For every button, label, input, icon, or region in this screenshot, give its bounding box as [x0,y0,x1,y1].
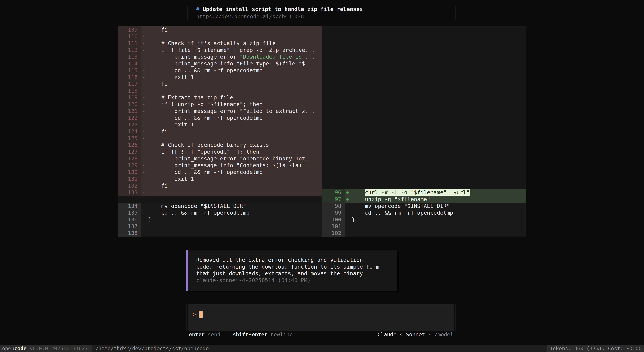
diff-marker: + [345,189,352,196]
diff-marker: - [141,148,148,155]
diff-row-del: 112- if ! file "$filename" | grep -q "Zi… [118,47,322,53]
diff-row-fill [322,108,526,114]
diff-pane-old: 109- fi110-111- # Check if it's actually… [118,26,322,237]
status-project-path: /home/thdxr/dev/projects/sst/opencode [92,345,547,352]
diff-row-fill [322,121,526,128]
model-name: Claude 4 Sonnet [378,331,425,338]
line-number: 99 [322,209,345,216]
code-line [148,87,322,94]
prompt-input[interactable]: > [188,304,454,331]
diff-marker: - [141,175,148,182]
diff-row-fill [322,87,526,94]
line-number: 135 [118,209,141,216]
bullet-separator-icon: • [428,331,431,338]
diff-row-del: 124- fi [118,128,322,135]
code-line [352,223,526,230]
prompt-icon: > [192,311,196,318]
diff-marker [345,203,352,209]
line-number: 101 [322,223,345,230]
diff-row-fill [322,148,526,155]
diff-row-fill [322,169,526,175]
line-number: 125 [118,135,141,142]
status-tokens-cost: Tokens: 36K (17%), Cost: $0.00 [547,345,644,352]
diff-row-del: 129- print_message info "Contents: $(ls … [118,162,322,169]
diff-row-ctx: 99 cd .. && rm -rf opencodetmp [322,209,526,216]
diff-row-fill [322,60,526,67]
line-number: 120 [118,101,141,108]
code-line: exit 1 [148,175,322,182]
code-line: mv opencode "$INSTALL_DIR" [148,203,322,209]
diff-row-add: 96+ curl -# -L -o "$filename" "$url" [322,189,526,196]
diff-marker: - [141,155,148,162]
line-number: 137 [118,223,141,230]
model-command[interactable]: /model [434,331,454,338]
diff-row-ctx: 136} [118,216,322,223]
hint-newline-label: newline [270,331,293,338]
code-line [148,189,322,196]
hint-shift-enter-key: shift+enter [233,331,268,338]
session-title-text: Update install script to handle zip file… [203,6,363,12]
line-number: 131 [118,175,141,182]
line-number: 121 [118,108,141,114]
diff-row-add: 97+ unzip -q "$filename" [322,196,526,203]
line-number: 98 [322,203,345,209]
diff-row-fill [322,162,526,169]
line-number: 130 [118,169,141,175]
line-number: 115 [118,67,141,74]
code-line: print_message error "opencode binary not… [148,155,322,162]
diff-row-del: 115- cd .. && rm -rf opencodetmp [118,67,322,74]
code-line: curl -# -L -o "$filename" "$url" [352,189,526,196]
diff-marker: - [141,33,148,40]
line-number: 111 [118,40,141,47]
diff-row-fill [322,33,526,40]
diff-marker [141,223,148,230]
diff-marker: - [141,26,148,33]
app-version: v0.0.0-202506131627 [30,345,92,352]
diff-row-del: 119- # Extract the zip file [118,94,322,101]
code-line: if ! unzip -q "$filename"; then [148,101,322,108]
diff-marker [141,230,148,237]
code-line: cd .. && rm -rf opencodetmp [148,114,322,121]
diff-row-del: 111- # Check if it's actually a zip file [118,40,322,47]
code-line: print_message info "Contents: $(ls -la)" [148,162,322,169]
diff-marker: - [141,53,148,60]
code-line: cd .. && rm -rf opencodetmp [352,209,526,216]
line-number: 116 [118,74,141,80]
diff-row-del: 110- [118,33,322,40]
code-line: exit 1 [148,121,322,128]
diff-row-del: 132- fi [118,182,322,189]
diff-row-ctx: 100} [322,216,526,223]
code-line: } [148,216,322,223]
diff-row-del: 121- print_message error "Failed to extr… [118,108,322,114]
diff-marker: - [141,135,148,142]
app-name-open: open [2,345,14,352]
diff-marker: - [141,169,148,175]
hint-bar: enter send shift+enter newline Claude 4 … [189,331,454,338]
diff-row-del: 128- print_message error "opencode binar… [118,155,322,162]
keyboard-hints: enter send shift+enter newline [189,331,293,338]
diff-marker: - [141,189,148,196]
session-share-url[interactable]: https://dev.opencode.ai/s/cb431038 [196,13,363,20]
code-line [148,230,322,237]
diff-row-ctx: 98 mv opencode "$INSTALL_DIR" [322,203,526,209]
line-number: 129 [118,162,141,169]
diff-marker [141,209,148,216]
code-line [148,223,322,230]
hint-send-label: send [208,331,220,338]
diff-row-ctx: 102 [322,230,526,237]
code-line: # Check if it's actually a zip file [148,40,322,47]
diff-marker: - [141,114,148,121]
diff-row-del: 114- print_message info "File type: $(fi… [118,60,322,67]
code-line [148,135,322,142]
status-app-segment: opencodev0.0.0-202506131627 [0,345,92,352]
hint-enter-key: enter [189,331,205,338]
diff-row-del: 122- cd .. && rm -rf opencodetmp [118,114,322,121]
diff-marker: - [141,67,148,74]
code-line: # Check if opencode binary exists [148,142,322,148]
code-line: exit 1 [148,74,322,80]
diff-row-del: 116- exit 1 [118,74,322,80]
line-number: 133 [118,189,141,196]
code-line: unzip -q "$filename" [352,196,526,203]
code-line: fi [148,182,322,189]
diff-marker [345,209,352,216]
